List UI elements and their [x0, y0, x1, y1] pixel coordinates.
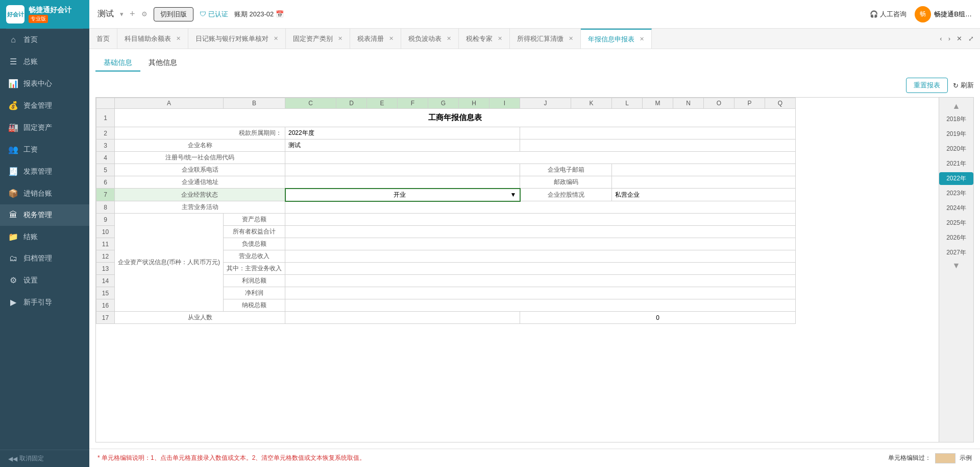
title-dropdown-arrow[interactable]: ▾ [120, 10, 124, 18]
tab-home[interactable]: 首页 [89, 29, 117, 49]
tab-journal-close[interactable]: ✕ [274, 35, 278, 42]
cell-9b[interactable]: 资产总额 [224, 214, 285, 226]
add-tab-button[interactable]: + [130, 9, 135, 19]
col-header-o[interactable]: O [704, 98, 734, 109]
col-header-c[interactable]: C [285, 98, 336, 109]
tab-taxform-close[interactable]: ✕ [389, 35, 394, 42]
year-2020[interactable]: 2020年 [939, 143, 973, 155]
col-header-l[interactable]: L [612, 98, 643, 109]
cell-2a[interactable]: 税款所属期间： [115, 127, 285, 139]
tab-fixed[interactable]: 固定资产类别 ✕ [286, 29, 350, 49]
cell-11b[interactable]: 负债总额 [224, 238, 285, 250]
cell-15c[interactable] [285, 287, 796, 299]
sidebar-collapse-button[interactable]: ◀◀ 取消固定 [0, 450, 89, 467]
cell-13b[interactable]: 其中：主营业务收入 [224, 263, 285, 275]
calendar-icon[interactable]: 📅 [276, 10, 284, 18]
col-header-f[interactable]: F [398, 98, 428, 109]
cell-12b[interactable]: 营业总收入 [224, 250, 285, 263]
year-2022[interactable]: 2022年 [939, 172, 973, 185]
sidebar-item-archive[interactable]: 🗂 归档管理 [0, 248, 89, 269]
support-button[interactable]: 🎧 人工咨询 [870, 10, 906, 19]
switch-old-version-button[interactable]: 切到旧版 [154, 7, 193, 21]
sub-tab-other[interactable]: 其他信息 [140, 55, 185, 72]
year-panel-scroll-up[interactable]: ▲ [952, 102, 961, 111]
year-panel-scroll-down[interactable]: ▼ [952, 261, 961, 270]
tab-taxform[interactable]: 税表清册 ✕ [350, 29, 401, 49]
col-header-h[interactable]: H [459, 98, 489, 109]
tab-journal[interactable]: 日记账与银行对账单核对 ✕ [188, 29, 286, 49]
sidebar-item-home[interactable]: ⌂ 首页 [0, 29, 89, 51]
year-2027[interactable]: 2027年 [939, 246, 973, 259]
tab-taxcheck[interactable]: 税检专家 ✕ [459, 29, 510, 49]
cell-4a[interactable]: 注册号/统一社会信用代码 [115, 152, 285, 164]
sidebar-item-ledger[interactable]: ☰ 总账 [0, 51, 89, 73]
cell-4c[interactable] [285, 152, 796, 164]
tab-income-tax-close[interactable]: ✕ [569, 35, 573, 42]
tab-annual[interactable]: 年报信息申报表 ✕ [581, 29, 652, 49]
col-header-g[interactable]: G [428, 98, 459, 109]
cell-6c[interactable] [285, 176, 520, 189]
cell-12c[interactable] [285, 250, 796, 263]
sidebar-item-tax[interactable]: 🏛 税务管理 [0, 204, 89, 226]
cell-3c[interactable]: 测试 [285, 139, 520, 152]
sidebar-item-fund[interactable]: 💰 资金管理 [0, 95, 89, 116]
year-2024[interactable]: 2024年 [939, 202, 973, 215]
cell-8a[interactable]: 主营业务活动 [115, 201, 285, 214]
cell-6j[interactable]: 邮政编码 [520, 176, 612, 189]
col-header-n[interactable]: N [673, 98, 704, 109]
cell-3j[interactable] [520, 139, 796, 152]
year-2019[interactable]: 2019年 [939, 128, 973, 141]
cell-2j[interactable] [520, 127, 796, 139]
cell-5a[interactable]: 企业联系电话 [115, 164, 285, 176]
cell-17j[interactable]: 0 [520, 312, 796, 324]
year-2023[interactable]: 2023年 [939, 187, 973, 200]
year-2026[interactable]: 2026年 [939, 231, 973, 244]
col-header-e[interactable]: E [367, 98, 398, 109]
cell-15b[interactable]: 净利润 [224, 287, 285, 299]
cell-2c[interactable]: 2022年度 [285, 127, 520, 139]
refresh-button[interactable]: ↻ 刷新 [953, 81, 974, 90]
cell-8c[interactable] [285, 201, 796, 214]
cell-13c[interactable] [285, 263, 796, 275]
col-header-i[interactable]: I [489, 98, 520, 109]
col-header-m[interactable]: M [643, 98, 673, 109]
cell-10b[interactable]: 所有者权益合计 [224, 226, 285, 238]
cell-16b[interactable]: 纳税总额 [224, 299, 285, 312]
cell-14b[interactable]: 利润总额 [224, 275, 285, 287]
col-header-k[interactable]: K [571, 98, 612, 109]
tab-next-button[interactable]: › [946, 33, 952, 44]
tab-taxcheck-close[interactable]: ✕ [498, 35, 502, 42]
col-header-a[interactable]: A [115, 98, 224, 109]
cell-9a[interactable]: 企业资产状况信息(币种：人民币万元) [115, 214, 224, 312]
cell-6l[interactable] [612, 176, 796, 189]
tab-fixed-close[interactable]: ✕ [338, 35, 342, 42]
col-header-p[interactable]: P [734, 98, 765, 109]
cell-7j[interactable]: 企业控股情况 [520, 189, 612, 201]
tab-aux[interactable]: 科目辅助余额表 ✕ [117, 29, 188, 49]
tab-income-tax[interactable]: 所得税汇算清缴 ✕ [510, 29, 581, 49]
sidebar-item-salary[interactable]: 👥 工资 [0, 138, 89, 160]
cell-10c[interactable] [285, 226, 796, 238]
user-menu-button[interactable]: 畅 畅捷通B组… [915, 6, 972, 22]
dropdown-arrow-icon[interactable]: ▼ [510, 191, 517, 198]
sidebar-item-fixed[interactable]: 🏭 固定资产 [0, 116, 89, 138]
sidebar-item-close[interactable]: 📁 结账 [0, 226, 89, 248]
tab-prev-button[interactable]: ‹ [938, 33, 944, 44]
cell-11c[interactable] [285, 238, 796, 250]
year-2025[interactable]: 2025年 [939, 217, 973, 229]
cell-6a[interactable]: 企业通信地址 [115, 176, 285, 189]
col-header-j[interactable]: J [520, 98, 571, 109]
sidebar-item-guide[interactable]: ▶ 新手引导 [0, 291, 89, 313]
col-header-q[interactable]: Q [765, 98, 796, 109]
cell-5l[interactable] [612, 164, 796, 176]
year-2021[interactable]: 2021年 [939, 157, 973, 170]
tab-aux-close[interactable]: ✕ [176, 35, 181, 42]
tab-taxwave[interactable]: 税负波动表 ✕ [401, 29, 459, 49]
year-2018[interactable]: 2018年 [939, 113, 973, 126]
sub-tab-basic[interactable]: 基础信息 [95, 55, 140, 72]
tab-annual-close[interactable]: ✕ [640, 36, 644, 42]
tab-expand-button[interactable]: ⤢ [966, 33, 976, 44]
sidebar-item-settings[interactable]: ⚙ 设置 [0, 269, 89, 291]
sidebar-item-report[interactable]: 📊 报表中心 [0, 73, 89, 95]
settings-gear-icon[interactable]: ⚙ [141, 10, 148, 18]
